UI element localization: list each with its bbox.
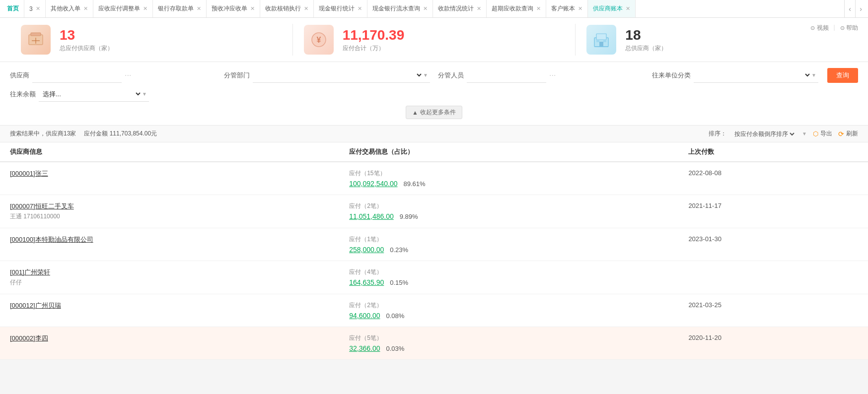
nav-tab-customer-account[interactable]: 客户账本✕ bbox=[546, 0, 588, 18]
close-tab-customer-account[interactable]: ✕ bbox=[578, 5, 582, 12]
results-count-text: 搜索结果中，供应商13家 bbox=[10, 130, 76, 138]
trans-amount-4[interactable]: 94,600.00 bbox=[349, 312, 380, 320]
filter-person: 分管人员 ··· bbox=[438, 68, 644, 83]
help-link[interactable]: ⊙ 帮助 bbox=[840, 24, 858, 32]
close-tab-cash-bank-flow[interactable]: ✕ bbox=[423, 5, 428, 12]
dept-select[interactable] bbox=[255, 71, 423, 79]
sort-select[interactable]: 按应付余额倒序排序 bbox=[732, 130, 796, 138]
last-pay-cell-5: 2020-11-20 bbox=[688, 334, 858, 341]
nav-arrow-right[interactable]: › bbox=[855, 0, 866, 18]
last-pay-cell-4: 2021-03-25 bbox=[688, 301, 858, 309]
trans-cell-1: 应付（2笔）11,051,486.009.89% bbox=[349, 202, 688, 220]
supplier-dots[interactable]: ··· bbox=[125, 71, 131, 80]
amount-icon: ¥ bbox=[303, 24, 335, 56]
balance-label: 往来余额 bbox=[10, 90, 36, 99]
person-input[interactable] bbox=[467, 68, 546, 83]
results-summary: 搜索结果中，供应商13家 应付金额 111,703,854.00元 bbox=[10, 130, 157, 138]
trans-percent-4: 0.08% bbox=[386, 312, 404, 320]
nav-arrow-left[interactable]: ‹ bbox=[844, 0, 855, 18]
col-lastpay-header: 上次付数 bbox=[688, 147, 858, 156]
last-pay-cell-0: 2022-08-08 bbox=[688, 169, 858, 177]
supplier-link-5[interactable]: [000002]李四 bbox=[10, 334, 48, 342]
trans-label-5: 应付（5笔） bbox=[349, 334, 688, 342]
trans-label-0: 应付（15笔） bbox=[349, 169, 688, 178]
filter-row-2: 往来余额 选择... ▼ bbox=[10, 87, 858, 102]
nav-tab-tab3[interactable]: 3✕ bbox=[24, 0, 46, 18]
close-tab-cash-bank-stat[interactable]: ✕ bbox=[358, 5, 362, 12]
trans-label-2: 应付（1笔） bbox=[349, 235, 688, 244]
table-row: [000100]本特勤油品有限公司应付（1笔）258,000.000.23%20… bbox=[0, 228, 868, 261]
dept-label: 分管部门 bbox=[224, 71, 250, 80]
close-tab-overdue-collection[interactable]: ✕ bbox=[536, 5, 541, 12]
supplier-cell-1: [000007]恒旺二手叉车王通 17106110000 bbox=[10, 202, 349, 221]
filter-category: 往来单位分类 ▼ 查询 bbox=[652, 68, 858, 83]
export-button[interactable]: ⬡ 导出 bbox=[813, 130, 832, 138]
trans-label-4: 应付（2笔） bbox=[349, 301, 688, 310]
person-label: 分管人员 bbox=[438, 71, 464, 80]
supplier-link-3[interactable]: [001]广州荣轩 bbox=[10, 268, 50, 276]
trans-amount-5[interactable]: 32,366.00 bbox=[349, 344, 380, 352]
trans-cell-4: 应付（2笔）94,600.000.08% bbox=[349, 301, 688, 320]
last-pay-cell-1: 2021-11-17 bbox=[688, 202, 858, 209]
trans-amount-2[interactable]: 258,000.00 bbox=[349, 246, 384, 254]
trans-cell-2: 应付（1笔）258,000.000.23% bbox=[349, 235, 688, 254]
supplier-cell-5: [000002]李四 bbox=[10, 334, 349, 343]
close-tab-collection-exec[interactable]: ✕ bbox=[304, 5, 308, 12]
collapse-button[interactable]: ▲ 收起更多条件 bbox=[406, 106, 462, 119]
supplier-link-0[interactable]: [000001]张三 bbox=[10, 170, 48, 177]
category-select[interactable] bbox=[696, 71, 811, 79]
trans-row-5: 32,366.000.03% bbox=[349, 344, 688, 352]
table-row: [000012]广州贝瑞应付（2笔）94,600.000.08%2021-03-… bbox=[0, 294, 868, 327]
refresh-button[interactable]: ⟳ 刷新 bbox=[838, 130, 858, 138]
total-suppliers-content: 18 总供应商（家） bbox=[625, 27, 667, 53]
balance-select[interactable]: 选择... bbox=[41, 90, 142, 98]
trans-percent-2: 0.23% bbox=[390, 246, 408, 254]
supplier-input[interactable] bbox=[32, 68, 122, 83]
nav-tab-overdue-collection[interactable]: 超期应收款查询✕ bbox=[487, 0, 546, 18]
total-suppliers-label: 总供应商（家） bbox=[625, 44, 667, 53]
close-tab-tab3[interactable]: ✕ bbox=[36, 5, 40, 12]
svg-rect-7 bbox=[596, 34, 606, 40]
supplier-cell-0: [000001]张三 bbox=[10, 169, 349, 178]
close-tab-collection-stat[interactable]: ✕ bbox=[477, 5, 481, 12]
trans-amount-1[interactable]: 11,051,486.00 bbox=[349, 212, 394, 220]
trans-row-0: 100,092,540.0089.61% bbox=[349, 180, 688, 188]
close-tab-advance-offset[interactable]: ✕ bbox=[250, 5, 255, 12]
nav-tab-cash-bank-flow[interactable]: 现金银行流水查询✕ bbox=[367, 0, 433, 18]
supplier-link-1[interactable]: [000007]恒旺二手叉车 bbox=[10, 202, 74, 210]
payable-suppliers-number: 13 bbox=[60, 27, 113, 44]
close-tab-other-income[interactable]: ✕ bbox=[83, 5, 88, 12]
svg-rect-9 bbox=[596, 40, 599, 42]
svg-rect-1 bbox=[31, 33, 41, 36]
refresh-label: 刷新 bbox=[846, 130, 858, 138]
nav-tab-bank-deposit[interactable]: 银行存取款单✕ bbox=[153, 0, 207, 18]
nav-tab-collection-stat[interactable]: 收款情况统计✕ bbox=[433, 0, 487, 18]
nav-tab-ap-adjust[interactable]: 应收应付调整单✕ bbox=[93, 0, 153, 18]
trans-amount-0[interactable]: 100,092,540.00 bbox=[349, 180, 397, 188]
trans-label-1: 应付（2笔） bbox=[349, 202, 688, 210]
video-icon: ⊙ bbox=[810, 25, 815, 31]
trans-amount-3[interactable]: 164,635.90 bbox=[349, 278, 384, 286]
filter-dept: 分管部门 ▼ bbox=[224, 68, 430, 83]
nav-tab-advance-offset[interactable]: 预收冲应收单✕ bbox=[207, 0, 260, 18]
balance-select-wrap: 选择... ▼ bbox=[39, 87, 149, 102]
video-link[interactable]: ⊙ 视频 bbox=[810, 24, 828, 32]
nav-tab-home[interactable]: 首页 bbox=[2, 0, 24, 18]
filter-row-1: 供应商 ··· 分管部门 ▼ 分管人员 ··· 往来单位分类 bbox=[10, 68, 858, 83]
results-amount-text: 应付金额 111,703,854.00元 bbox=[84, 130, 157, 138]
close-tab-bank-deposit[interactable]: ✕ bbox=[197, 5, 201, 12]
query-button[interactable]: 查询 bbox=[827, 68, 858, 83]
person-dots[interactable]: ··· bbox=[549, 71, 556, 80]
close-tab-supplier-account[interactable]: ✕ bbox=[626, 5, 630, 12]
collapse-icon: ▲ bbox=[412, 109, 418, 116]
col-trans-header: 应付交易信息（占比） bbox=[349, 147, 688, 156]
nav-tab-cash-bank-stat[interactable]: 现金银行统计✕ bbox=[314, 0, 367, 18]
supplier-cell-2: [000100]本特勤油品有限公司 bbox=[10, 235, 349, 244]
supplier-link-4[interactable]: [000012]广州贝瑞 bbox=[10, 302, 61, 309]
nav-tab-collection-exec[interactable]: 收款核销执行✕ bbox=[260, 0, 314, 18]
supplier-link-2[interactable]: [000100]本特勤油品有限公司 bbox=[10, 236, 93, 243]
close-tab-ap-adjust[interactable]: ✕ bbox=[143, 5, 147, 12]
nav-tab-supplier-account[interactable]: 供应商账本✕ bbox=[588, 0, 636, 18]
trans-row-1: 11,051,486.009.89% bbox=[349, 212, 688, 220]
nav-tab-other-income[interactable]: 其他收入单✕ bbox=[46, 0, 93, 18]
